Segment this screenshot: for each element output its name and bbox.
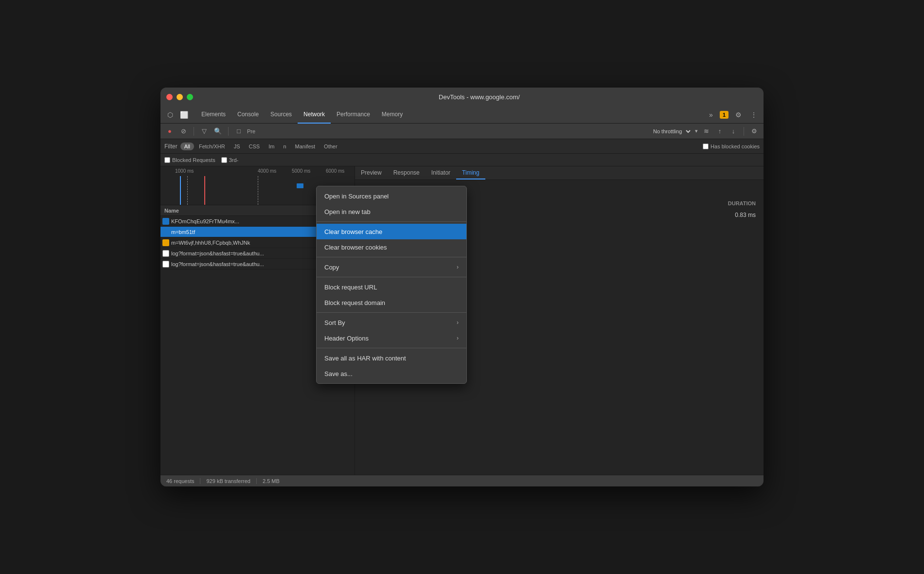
more-options-icon[interactable]: ⋮	[748, 109, 760, 121]
filter-bar-right: Has blocked cookies	[703, 144, 760, 149]
ctx-block-url[interactable]: Block request URL	[317, 279, 466, 295]
ctx-block-domain[interactable]: Block request domain	[317, 295, 466, 310]
download-icon[interactable]: ↓	[728, 126, 739, 137]
tab-response[interactable]: Response	[388, 166, 426, 179]
filter-tabs: All Fetch/XHR JS CSS Im n Manifest Other	[180, 143, 341, 150]
tab-console[interactable]: Console	[231, 106, 265, 124]
ctx-header-options-arrow: ›	[457, 335, 459, 341]
close-button[interactable]	[166, 94, 173, 100]
filter-tab-xhr[interactable]: Fetch/XHR	[195, 143, 229, 150]
throttling-select[interactable]: No throttling	[649, 127, 692, 136]
toolbar-divider-1	[194, 127, 194, 136]
tab-bar: ⬡ ⬜ Elements Console Sources Network Per…	[160, 106, 764, 124]
tick-1000ms: 1000 ms	[175, 168, 194, 174]
tick-5000ms: 5000 ms	[292, 168, 310, 174]
filter-tab-js[interactable]: JS	[230, 143, 244, 150]
ctx-open-new-tab-label: Open in new tab	[324, 208, 371, 215]
upload-icon[interactable]: ↑	[714, 126, 725, 137]
tab-network[interactable]: Network	[298, 106, 331, 124]
ctx-copy[interactable]: Copy ›	[317, 259, 466, 275]
tick-4000ms: 4000 ms	[258, 168, 276, 174]
blocked-requests-checkbox[interactable]	[164, 157, 170, 163]
ctx-sep-3	[317, 277, 466, 277]
timeline-blue-block	[297, 183, 303, 188]
filter-tab-css[interactable]: CSS	[245, 143, 264, 150]
tab-performance[interactable]: Performance	[331, 106, 376, 124]
cursor-icon[interactable]: ⬡	[164, 109, 176, 121]
status-divider-1	[200, 478, 200, 484]
checkbox-row: Blocked Requests 3rd-	[160, 154, 764, 166]
record-button[interactable]: ●	[164, 126, 175, 137]
throttling-arrow: ▾	[695, 128, 698, 134]
queueing-bar-container	[441, 212, 717, 218]
devtools-body: ⬡ ⬜ Elements Console Sources Network Per…	[160, 106, 764, 486]
name-column-header: Name	[164, 208, 179, 214]
block-icon[interactable]: ⊘	[178, 126, 189, 137]
filter-tab-media[interactable]: n	[279, 143, 290, 150]
ctx-open-new-tab[interactable]: Open in new tab	[317, 204, 466, 219]
tab-preview[interactable]: Preview	[355, 166, 388, 179]
req-icon-2	[162, 229, 169, 235]
maximize-button[interactable]	[187, 94, 193, 100]
window-title: DevTools - www.google.com/	[201, 93, 758, 101]
ctx-clear-cache[interactable]: Clear browser cache	[317, 224, 466, 239]
filter-bar: Filter All Fetch/XHR JS CSS Im n Manifes…	[160, 139, 764, 154]
tick-6000ms: 6000 ms	[326, 168, 344, 174]
toolbar-divider-3	[744, 127, 744, 136]
ctx-save-as-label: Save as...	[324, 370, 353, 377]
ctx-copy-arrow: ›	[457, 264, 459, 270]
filter-tab-other[interactable]: Other	[320, 143, 341, 150]
ctx-save-as[interactable]: Save as...	[317, 366, 466, 381]
tab-bar-right: » 1 ⚙ ⋮	[706, 109, 760, 121]
ctx-sep-4	[317, 312, 466, 313]
filter-tab-all[interactable]: All	[180, 143, 194, 150]
has-blocked-checkbox[interactable]	[703, 144, 709, 149]
ctx-save-har-label: Save all as HAR with content	[324, 355, 406, 362]
preserve-checkbox[interactable]: □	[233, 126, 244, 137]
ctx-sort-by[interactable]: Sort By ›	[317, 315, 466, 330]
tab-elements[interactable]: Elements	[195, 106, 231, 124]
ctx-copy-label: Copy	[324, 264, 339, 271]
third-party-checkbox[interactable]	[221, 157, 227, 163]
filter-tab-manifest[interactable]: Manifest	[291, 143, 320, 150]
has-blocked-label: Has blocked cookies	[711, 144, 760, 149]
third-party-item: 3rd-	[221, 157, 239, 163]
devtools-window: DevTools - www.google.com/ ⬡ ⬜ Elements …	[160, 88, 764, 486]
more-tabs-button[interactable]: »	[706, 111, 716, 119]
timeline-blue-line	[180, 176, 181, 205]
ctx-clear-cache-label: Clear browser cache	[324, 228, 382, 235]
timeline-dashed-2	[258, 176, 258, 205]
tab-memory[interactable]: Memory	[376, 106, 409, 124]
req-icon-5	[162, 261, 169, 268]
main-content: 1000 ms 4000 ms 5000 ms 6000 ms Name	[160, 166, 764, 475]
filter-tab-img[interactable]: Im	[265, 143, 278, 150]
ctx-open-sources[interactable]: Open in Sources panel	[317, 188, 466, 204]
status-divider-2	[256, 478, 257, 484]
tab-timing[interactable]: Timing	[456, 166, 485, 179]
traffic-lights	[166, 94, 193, 100]
timeline-red-line	[204, 176, 205, 205]
req-icon-3	[162, 239, 169, 246]
settings-icon[interactable]: ⚙	[732, 109, 744, 121]
queueing-value: 0.83 ms	[717, 212, 756, 218]
online-icon[interactable]: ≋	[701, 126, 711, 137]
toolbar-right: No throttling ▾ ≋ ↑ ↓ ⚙	[649, 126, 760, 137]
search-icon[interactable]: 🔍	[213, 126, 223, 137]
minimize-button[interactable]	[177, 94, 183, 100]
has-blocked-cookies: Has blocked cookies	[703, 144, 760, 149]
tab-initiator[interactable]: Initiator	[426, 166, 456, 179]
ctx-block-domain-label: Block request domain	[324, 299, 385, 306]
timeline-dashed-1	[187, 176, 188, 205]
ctx-header-options[interactable]: Header Options ›	[317, 330, 466, 346]
duration-label: DURATION	[728, 200, 756, 206]
filter-label: Filter	[164, 143, 178, 150]
ctx-save-har[interactable]: Save all as HAR with content	[317, 350, 466, 366]
ctx-sort-by-arrow: ›	[457, 319, 459, 326]
ctx-clear-cookies[interactable]: Clear browser cookies	[317, 239, 466, 255]
network-settings-icon[interactable]: ⚙	[749, 126, 760, 137]
filter-icon[interactable]: ▽	[199, 126, 210, 137]
device-icon[interactable]: ⬜	[178, 109, 190, 121]
ctx-sep-2	[317, 257, 466, 257]
titlebar: DevTools - www.google.com/	[160, 88, 764, 106]
tab-sources[interactable]: Sources	[265, 106, 298, 124]
